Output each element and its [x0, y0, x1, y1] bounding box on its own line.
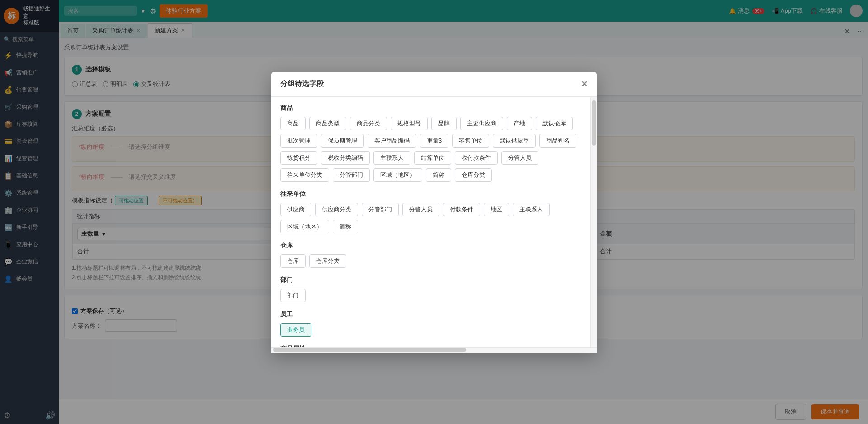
field-tag-p25[interactable]: 简称: [426, 168, 451, 182]
dialog-hscrollbar[interactable]: [271, 347, 597, 353]
dialog-body: 商品 商品 商品类型 商品分类 规格型号 品牌 主要供应商 产地 默认仓库 批次…: [271, 97, 590, 347]
field-tag-pa4[interactable]: 分管人员: [402, 203, 439, 216]
department-field-tags: 部门: [280, 289, 581, 302]
field-tag-p12[interactable]: 重量3: [420, 134, 448, 148]
field-tag-pa8[interactable]: 区域（地区）: [280, 220, 329, 233]
field-tag-p3[interactable]: 商品分类: [350, 117, 387, 130]
field-tag-p8[interactable]: 默认仓库: [536, 117, 573, 130]
field-tag-p7[interactable]: 产地: [507, 117, 532, 130]
dialog-scrollbar[interactable]: [590, 97, 597, 347]
field-tag-s1[interactable]: 业务员: [280, 323, 311, 337]
field-tag-p1[interactable]: 商品: [280, 117, 306, 130]
field-tag-p5[interactable]: 品牌: [431, 117, 457, 130]
staff-field-tags: 业务员: [280, 323, 581, 337]
dialog-header: 分组待选字段 ✕: [271, 72, 597, 97]
field-tag-p26[interactable]: 仓库分类: [455, 168, 492, 182]
field-tag-p20[interactable]: 收付款条件: [455, 151, 498, 165]
field-tag-w1[interactable]: 仓库: [280, 254, 306, 268]
section-title-department: 部门: [280, 276, 581, 284]
field-tag-pa5[interactable]: 付款条件: [443, 203, 480, 216]
dialog-hscroll-thumb: [273, 348, 466, 352]
field-tag-p13[interactable]: 零售单位: [452, 134, 489, 148]
dialog-section-department: 部门 部门: [280, 276, 581, 302]
dialog-section-product: 商品 商品 商品类型 商品分类 规格型号 品牌 主要供应商 产地 默认仓库 批次…: [280, 104, 581, 182]
section-title-warehouse: 仓库: [280, 242, 581, 250]
field-tag-p18[interactable]: 主联系人: [373, 151, 410, 165]
dialog-scroll-thumb: [592, 100, 596, 146]
dialog-title: 分组待选字段: [280, 79, 324, 89]
field-tag-p22[interactable]: 往来单位分类: [280, 168, 329, 182]
dialog: 分组待选字段 ✕ 商品 商品 商品类型 商品分类 规格型号 品牌 主要供应商 产…: [271, 72, 597, 353]
field-tag-p15[interactable]: 商品别名: [539, 134, 576, 148]
dialog-overlay: 分组待选字段 ✕ 商品 商品 商品类型 商品分类 规格型号 品牌 主要供应商 产…: [0, 0, 868, 424]
dialog-content-area: 商品 商品 商品类型 商品分类 规格型号 品牌 主要供应商 产地 默认仓库 批次…: [271, 97, 597, 347]
warehouse-field-tags: 仓库 仓库分类: [280, 254, 581, 268]
field-tag-pa7[interactable]: 主联系人: [513, 203, 550, 216]
field-tag-p16[interactable]: 拣货积分: [280, 151, 317, 165]
field-tag-p10[interactable]: 保质期管理: [321, 134, 364, 148]
dialog-close-button[interactable]: ✕: [581, 79, 588, 89]
field-tag-p14[interactable]: 默认供应商: [493, 134, 536, 148]
field-tag-w2[interactable]: 仓库分类: [309, 254, 346, 268]
field-tag-p17[interactable]: 税收分类编码: [321, 151, 370, 165]
dialog-section-partner: 往来单位 供应商 供应商分类 分管部门 分管人员 付款条件 地区 主联系人 区域…: [280, 190, 581, 233]
field-tag-pa2[interactable]: 供应商分类: [315, 203, 358, 216]
field-tag-p6[interactable]: 主要供应商: [460, 117, 503, 130]
field-tag-pa3[interactable]: 分管部门: [362, 203, 399, 216]
section-title-product: 商品: [280, 104, 581, 112]
field-tag-p24[interactable]: 区域（地区）: [373, 168, 422, 182]
partner-field-tags: 供应商 供应商分类 分管部门 分管人员 付款条件 地区 主联系人 区域（地区） …: [280, 203, 581, 233]
field-tag-pa6[interactable]: 地区: [484, 203, 509, 216]
field-tag-p23[interactable]: 分管部门: [333, 168, 370, 182]
section-title-partner: 往来单位: [280, 190, 581, 198]
field-tag-p4[interactable]: 规格型号: [391, 117, 428, 130]
field-tag-pa9[interactable]: 简称: [333, 220, 358, 233]
field-tag-p9[interactable]: 批次管理: [280, 134, 317, 148]
field-tag-d1[interactable]: 部门: [280, 289, 306, 302]
dialog-section-staff: 员工 业务员: [280, 310, 581, 337]
field-tag-p11[interactable]: 客户商品编码: [368, 134, 416, 148]
field-tag-pa1[interactable]: 供应商: [280, 203, 311, 216]
product-field-tags: 商品 商品类型 商品分类 规格型号 品牌 主要供应商 产地 默认仓库 批次管理 …: [280, 117, 581, 182]
section-title-staff: 员工: [280, 310, 581, 319]
field-tag-p21[interactable]: 分管人员: [501, 151, 538, 165]
field-tag-p19[interactable]: 结算单位: [414, 151, 451, 165]
dialog-section-warehouse: 仓库 仓库 仓库分类: [280, 242, 581, 268]
field-tag-p2[interactable]: 商品类型: [309, 117, 346, 130]
